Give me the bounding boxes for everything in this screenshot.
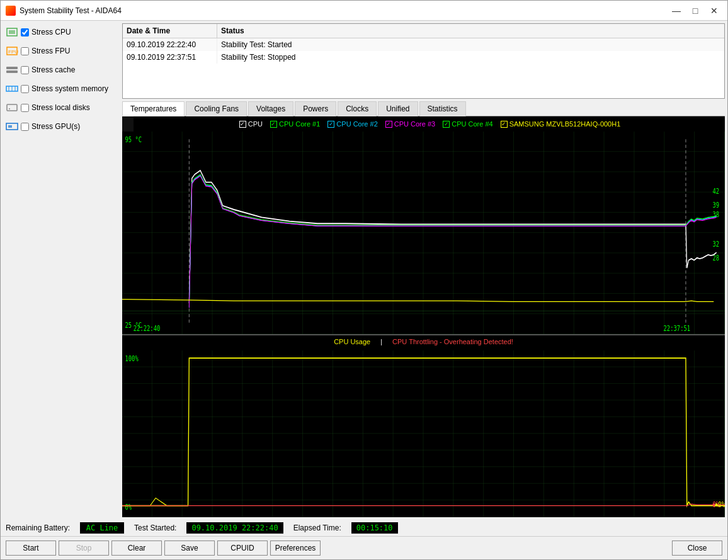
log-header-datetime: Date & Time	[123, 24, 217, 38]
battery-label: Remaining Battery:	[6, 524, 70, 532]
elapsed-value: 00:15:10	[351, 522, 398, 534]
cpuid-button[interactable]: CPUID	[217, 540, 268, 556]
legend-core1-label: CPU Core #1	[279, 120, 320, 128]
tab-cooling-fans[interactable]: Cooling Fans	[186, 101, 247, 116]
log-row-1: 09.10.2019 22:22:40 Stability Test: Star…	[123, 38, 724, 51]
legend-core4[interactable]: ✓ CPU Core #4	[443, 120, 492, 128]
svg-text:0%: 0%	[125, 503, 132, 512]
tab-temperatures[interactable]: Temperatures	[122, 101, 185, 116]
charts-area: ✓ CPU ✓ CPU Core #1 ✓ CPU Core #2	[122, 116, 725, 517]
log-status-2: Stability Test: Stopped	[217, 51, 724, 64]
legend-core1[interactable]: ✓ CPU Core #1	[270, 120, 320, 128]
svg-text:42: 42	[713, 187, 720, 196]
svg-text:22:22:40: 22:22:40	[134, 324, 161, 333]
legend-core3-label: CPU Core #3	[394, 120, 435, 128]
tab-bar: Temperatures Cooling Fans Voltages Power…	[122, 101, 725, 116]
svg-text:FPU: FPU	[8, 49, 18, 55]
stress-gpu-item[interactable]: Stress GPU(s)	[3, 118, 120, 135]
save-button[interactable]: Save	[164, 540, 215, 556]
log-datetime-2: 09.10.2019 22:37:51	[123, 51, 217, 64]
stress-cache-label: Stress cache	[31, 65, 75, 74]
right-panel: Date & Time Status 09.10.2019 22:22:40 S…	[122, 23, 725, 517]
button-spacer	[323, 540, 669, 556]
chart2-alert: CPU Throttling - Overheating Detected!	[392, 338, 513, 345]
svg-text:95 °C: 95 °C	[125, 135, 142, 145]
svg-text:0%: 0%	[718, 500, 725, 509]
stress-gpu-checkbox[interactable]	[21, 123, 29, 131]
legend-core2[interactable]: ✓ CPU Core #2	[327, 120, 377, 128]
stress-memory-item[interactable]: Stress system memory	[3, 80, 120, 98]
stress-fpu-icon: FPU	[6, 46, 18, 56]
legend-samsung[interactable]: ✓ SAMSUNG MZVLB512HAIQ-000H1	[501, 120, 621, 128]
stress-local-icon	[6, 103, 18, 113]
stress-cache-item[interactable]: Stress cache	[3, 61, 120, 79]
svg-text:22:37:51: 22:37:51	[664, 324, 691, 333]
svg-text:39: 39	[713, 201, 720, 210]
chart2-legend: CPU Usage | CPU Throttling - Overheating…	[122, 338, 725, 345]
chart2-svg: 100% 0% 0% 0%	[122, 350, 725, 517]
stress-local-item[interactable]: Stress local disks	[3, 99, 120, 116]
legend-core3[interactable]: ✓ CPU Core #3	[385, 120, 435, 128]
temperature-chart: ✓ CPU ✓ CPU Core #1 ✓ CPU Core #2	[122, 116, 725, 335]
title-bar-left: System Stability Test - AIDA64	[6, 6, 122, 16]
log-header: Date & Time Status	[123, 24, 724, 38]
stress-fpu-checkbox[interactable]	[21, 47, 29, 55]
preferences-button[interactable]: Preferences	[270, 540, 321, 556]
chart1-svg: 95 °C 42 39 38 32 28 25 °C 22:22:40 22:3…	[122, 132, 725, 334]
stress-cpu-item[interactable]: Stress CPU	[3, 23, 120, 41]
window-title: System Stability Test - AIDA64	[20, 6, 122, 15]
stress-memory-checkbox[interactable]	[21, 85, 29, 93]
svg-rect-13	[8, 125, 12, 128]
tab-clocks[interactable]: Clocks	[338, 101, 377, 116]
start-button[interactable]: Start	[6, 540, 56, 556]
app-icon	[6, 6, 16, 16]
button-bar: Start Stop Clear Save CPUID Preferences …	[1, 536, 727, 559]
chart2-separator: |	[380, 338, 382, 345]
status-bar: Remaining Battery: AC Line Test Started:…	[1, 520, 727, 536]
stress-cpu-checkbox[interactable]	[21, 28, 29, 36]
svg-text:100%: 100%	[125, 354, 139, 363]
test-started-label: Test Started:	[134, 524, 176, 532]
legend-cpu[interactable]: ✓ CPU	[239, 120, 263, 128]
svg-rect-5	[6, 70, 18, 73]
battery-value: AC Line	[80, 522, 124, 534]
window-close-button[interactable]: ✕	[706, 3, 722, 19]
maximize-button[interactable]: □	[687, 3, 703, 19]
chart1-canvas: 95 °C 42 39 38 32 28 25 °C 22:22:40 22:3…	[122, 132, 725, 334]
tab-voltages[interactable]: Voltages	[248, 101, 293, 116]
tabs-container: Temperatures Cooling Fans Voltages Power…	[122, 101, 725, 517]
title-bar: System Stability Test - AIDA64 — □ ✕	[1, 1, 727, 21]
stress-local-checkbox[interactable]	[21, 104, 29, 112]
cpu-usage-chart: CPU Usage | CPU Throttling - Overheating…	[122, 335, 725, 517]
title-bar-buttons: — □ ✕	[668, 3, 722, 19]
tab-statistics[interactable]: Statistics	[419, 101, 466, 116]
log-row-2: 09.10.2019 22:37:51 Stability Test: Stop…	[123, 51, 724, 64]
stress-cpu-label: Stress CPU	[31, 28, 71, 36]
stop-button[interactable]: Stop	[59, 540, 109, 556]
svg-rect-10	[7, 104, 17, 111]
minimize-button[interactable]: —	[668, 3, 685, 19]
legend-samsung-label: SAMSUNG MZVLB512HAIQ-000H1	[509, 120, 621, 128]
legend-cpu-label: CPU	[248, 120, 263, 128]
svg-rect-4	[6, 67, 18, 69]
close-button[interactable]: Close	[672, 540, 722, 556]
chart1-legend: ✓ CPU ✓ CPU Core #1 ✓ CPU Core #2	[135, 119, 725, 129]
tab-powers[interactable]: Powers	[295, 101, 336, 116]
stress-cpu-icon	[6, 27, 18, 37]
stress-cache-checkbox[interactable]	[21, 66, 29, 74]
svg-rect-18	[122, 132, 725, 334]
log-status-1: Stability Test: Started	[217, 38, 724, 51]
stress-memory-label: Stress system memory	[31, 84, 108, 93]
main-window: System Stability Test - AIDA64 — □ ✕ Str…	[0, 0, 728, 560]
svg-point-41	[715, 503, 718, 507]
stress-gpu-icon	[6, 121, 18, 132]
svg-rect-1	[9, 30, 15, 34]
stress-fpu-item[interactable]: FPU Stress FPU	[3, 42, 120, 60]
test-started-value: 09.10.2019 22:22:40	[186, 522, 283, 534]
tab-unified[interactable]: Unified	[378, 101, 418, 116]
stress-gpu-label: Stress GPU(s)	[31, 122, 80, 131]
stress-memory-icon	[6, 84, 18, 94]
clear-button[interactable]: Clear	[111, 540, 162, 556]
svg-text:32: 32	[713, 240, 720, 249]
main-content: Stress CPU FPU Stress FPU	[1, 21, 727, 520]
